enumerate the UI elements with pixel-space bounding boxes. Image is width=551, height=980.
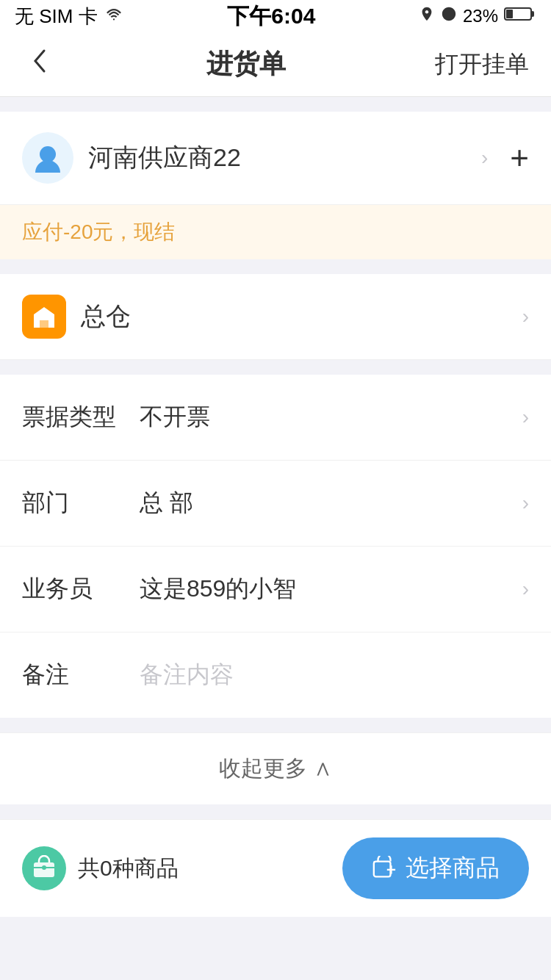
form-section: 票据类型 不开票 › 部门 总 部 › 业务员 这是859的小智 › 备注 备注… xyxy=(0,375,551,718)
warehouse-name: 总仓 xyxy=(81,300,522,334)
invoice-row[interactable]: 票据类型 不开票 › xyxy=(0,375,551,461)
battery-label: 23% xyxy=(463,6,498,26)
supplier-row[interactable]: 河南供应商22 › + xyxy=(0,112,551,205)
sales-label: 业务员 xyxy=(22,573,125,605)
warehouse-row[interactable]: 总仓 › xyxy=(0,274,551,360)
svg-rect-6 xyxy=(40,320,48,328)
supplier-section: 河南供应商22 › + 应付-20元，现结 xyxy=(0,112,551,259)
dept-label: 部门 xyxy=(22,487,125,519)
battery-icon xyxy=(504,6,536,26)
warehouse-icon xyxy=(22,295,66,339)
notice-bar: 应付-20元，现结 xyxy=(0,205,551,259)
dept-row[interactable]: 部门 总 部 › xyxy=(0,461,551,547)
svg-point-0 xyxy=(113,18,115,20)
add-supplier-button[interactable]: + xyxy=(510,142,529,174)
status-bar: 无 SIM 卡 下午6:04 23% xyxy=(0,0,551,32)
page-background xyxy=(0,917,551,980)
collapse-row[interactable]: 收起更多 ∧ xyxy=(0,732,551,804)
product-count-area: 共0种商品 xyxy=(22,846,179,890)
carrier-label: 无 SIM 卡 xyxy=(15,4,98,29)
location-icon xyxy=(419,6,435,26)
invoice-label: 票据类型 xyxy=(22,401,125,433)
sales-arrow-icon: › xyxy=(522,577,529,601)
status-time: 下午6:04 xyxy=(227,1,315,32)
svg-point-8 xyxy=(42,865,46,870)
status-right: 23% xyxy=(419,6,536,26)
open-pending-button[interactable]: 打开挂单 xyxy=(435,48,529,81)
mid-gap xyxy=(0,259,551,274)
top-gap xyxy=(0,97,551,112)
remark-label: 备注 xyxy=(22,659,125,691)
bottom-bar: 共0种商品 选择商品 xyxy=(0,819,551,917)
svg-rect-3 xyxy=(506,10,513,18)
notice-text: 应付-20元，现结 xyxy=(22,220,175,243)
product-icon xyxy=(22,846,66,890)
supplier-avatar xyxy=(22,132,73,184)
select-product-button[interactable]: 选择商品 xyxy=(342,837,529,899)
remark-row[interactable]: 备注 备注内容 xyxy=(0,633,551,718)
remark-input[interactable]: 备注内容 xyxy=(140,659,529,691)
back-button[interactable] xyxy=(22,37,57,91)
invoice-arrow-icon: › xyxy=(522,406,529,429)
dept-value: 总 部 xyxy=(140,487,522,519)
alarm-icon xyxy=(441,6,457,26)
svg-point-4 xyxy=(40,146,56,162)
supplier-name: 河南供应商22 xyxy=(88,141,481,175)
status-left: 无 SIM 卡 xyxy=(15,4,124,29)
svg-rect-2 xyxy=(531,11,534,17)
wifi-icon xyxy=(104,5,124,28)
select-product-label: 选择商品 xyxy=(406,852,500,884)
invoice-value: 不开票 xyxy=(140,401,522,433)
supplier-arrow-icon: › xyxy=(481,146,488,170)
dept-arrow-icon: › xyxy=(522,491,529,515)
page-title: 进货单 xyxy=(206,46,286,82)
sales-row[interactable]: 业务员 这是859的小智 › xyxy=(0,547,551,633)
nav-bar: 进货单 打开挂单 xyxy=(0,32,551,97)
warehouse-section: 总仓 › xyxy=(0,274,551,360)
warehouse-arrow-icon: › xyxy=(522,305,529,328)
product-count-text: 共0种商品 xyxy=(78,854,179,884)
collapse-label: 收起更多 ∧ xyxy=(219,756,331,780)
sales-value: 这是859的小智 xyxy=(140,573,522,605)
